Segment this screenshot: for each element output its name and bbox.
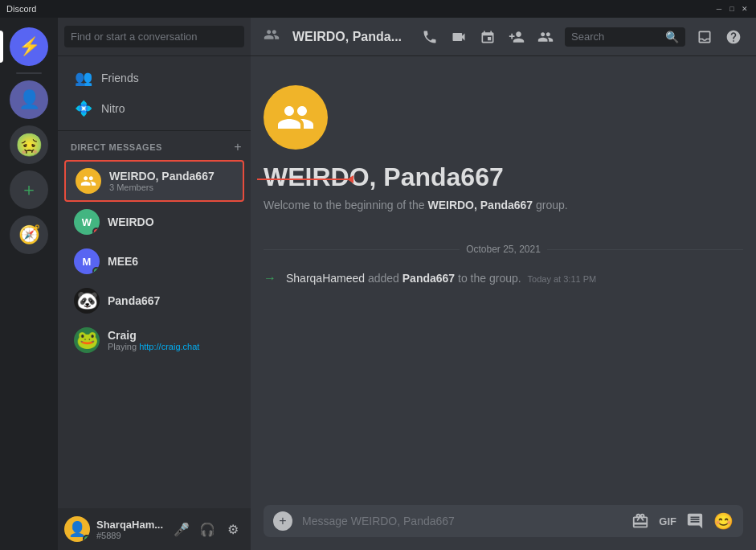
dm-section: DIRECT MESSAGES + WEIRDO, Panda667 3 Mem…: [58, 131, 251, 508]
dm-item-panda[interactable]: 🐼 Panda667: [64, 281, 244, 320]
craig-avatar: 🐸: [74, 327, 100, 353]
add-member-button[interactable]: [507, 27, 526, 47]
nitro-icon: 💠: [74, 100, 93, 117]
dm-header: DIRECT MESSAGES +: [58, 138, 251, 157]
title-bar: Discord ─ □ ✕: [0, 0, 756, 18]
pin-button[interactable]: [478, 27, 497, 47]
panda-info: Panda667: [108, 294, 238, 307]
group-dm-info: WEIRDO, Panda667 3 Members: [109, 170, 236, 192]
system-arrow-icon: →: [264, 271, 276, 285]
group-intro-name: WEIRDO, Panda667: [264, 162, 504, 192]
channel-intro: WEIRDO, Panda667 Welcome to the beginnin…: [264, 72, 743, 231]
server-icon-1[interactable]: 👤: [10, 80, 48, 119]
dm-item-craig[interactable]: 🐸 Craig Playing http://craig.chat: [64, 321, 244, 359]
craig-name: Craig: [108, 329, 238, 342]
gift-button[interactable]: [631, 512, 649, 530]
emoji-button[interactable]: 😊: [713, 511, 734, 531]
headphones-button[interactable]: 🎧: [196, 518, 219, 540]
user-panel-info: SharqaHam... #5889: [96, 519, 164, 540]
date-divider: October 25, 2021: [264, 244, 743, 255]
mic-button[interactable]: 🎤: [170, 518, 193, 540]
top-bar: WEIRDO, Panda...: [251, 18, 756, 56]
add-attachment-button[interactable]: +: [273, 511, 292, 531]
group-intro-avatar: [264, 85, 328, 150]
mic-icon: 🎤: [174, 522, 190, 537]
friends-icon: 👥: [74, 69, 93, 87]
date-divider-text: October 25, 2021: [466, 244, 541, 255]
add-icon: ＋: [20, 178, 38, 202]
channel-sidebar: 👥 Friends 💠 Nitro DIRECT MESSAGES +: [58, 18, 251, 550]
mee6-name: MEE6: [108, 255, 238, 268]
group-intro-desc: Welcome to the beginning of the WEIRDO, …: [264, 199, 568, 211]
maximize-button[interactable]: □: [727, 4, 737, 14]
server-emoji-icon: 🤢: [15, 132, 43, 158]
search-input[interactable]: [571, 31, 659, 43]
inbox-button[interactable]: [695, 27, 714, 47]
search-conversation-input[interactable]: [64, 26, 244, 47]
plus-icon: +: [279, 514, 286, 528]
discord-home-button[interactable]: ⚡: [10, 27, 48, 66]
system-message-text: SharqaHameed added Panda667 to the group…: [286, 272, 596, 285]
dm-header-text: DIRECT MESSAGES: [71, 142, 162, 152]
date-divider-line-left: [264, 249, 460, 250]
settings-icon: ⚙: [227, 522, 239, 537]
system-message: → SharqaHameed added Panda667 to the gro…: [264, 271, 743, 285]
dm-item-weirdo[interactable]: W WEIRDO: [64, 203, 244, 241]
channel-search-container: [58, 18, 251, 56]
main-content: WEIRDO, Panda...: [251, 18, 756, 550]
app-container: ⚡ 👤 🤢 ＋ 🧭 👥 Friends 💠 Nitro: [0, 18, 756, 550]
panda-avatar: 🐼: [74, 288, 100, 314]
server-icon-2[interactable]: 🤢: [10, 125, 48, 164]
dm-item-group[interactable]: WEIRDO, Panda667 3 Members: [64, 160, 244, 202]
user-panel: 👤 SharqaHam... #5889 🎤 🎧 ⚙: [58, 508, 251, 550]
sidebar-nav: 👥 Friends 💠 Nitro: [58, 56, 251, 131]
video-button[interactable]: [449, 27, 468, 47]
compass-icon: 🧭: [18, 224, 40, 245]
panda-name: Panda667: [108, 294, 238, 307]
search-icon: 🔍: [665, 31, 679, 43]
minimize-button[interactable]: ─: [714, 4, 724, 14]
current-user-status: [83, 535, 90, 542]
search-box: 🔍: [565, 27, 685, 47]
message-text-input[interactable]: [302, 515, 622, 527]
weirdo-status: [92, 228, 100, 235]
nitro-label: Nitro: [101, 102, 125, 115]
message-input-box: + GIF 😊: [264, 505, 743, 537]
weirdo-name: WEIRDO: [108, 215, 238, 228]
sticker-button[interactable]: [686, 512, 704, 530]
close-button[interactable]: ✕: [740, 4, 750, 14]
craig-info: Craig Playing http://craig.chat: [108, 329, 238, 351]
explore-servers-button[interactable]: 🧭: [10, 215, 48, 254]
headphones-icon: 🎧: [199, 522, 215, 537]
server-avatar-1-icon: 👤: [18, 89, 40, 110]
mee6-status: [92, 267, 100, 274]
weirdo-avatar: W: [74, 209, 100, 235]
mee6-info: MEE6: [108, 255, 238, 268]
server-divider: [16, 72, 42, 74]
server-sidebar: ⚡ 👤 🤢 ＋ 🧭: [0, 18, 58, 550]
input-actions: GIF 😊: [631, 511, 734, 531]
mee6-avatar: M: [74, 248, 100, 274]
title-bar-controls: ─ □ ✕: [714, 4, 750, 14]
craig-sub: Playing http://craig.chat: [108, 342, 238, 351]
help-button[interactable]: [724, 27, 743, 47]
members-button[interactable]: [536, 27, 555, 47]
active-indicator: [0, 31, 3, 63]
nitro-nav-item[interactable]: 💠 Nitro: [64, 93, 244, 124]
message-input-area: + GIF 😊: [251, 499, 756, 550]
craig-link[interactable]: http://craig.chat: [139, 342, 199, 351]
new-dm-button[interactable]: +: [231, 141, 244, 154]
system-message-time: Today at 3:11 PM: [528, 274, 597, 284]
dm-item-mee6[interactable]: M MEE6: [64, 242, 244, 281]
add-server-button[interactable]: ＋: [10, 170, 48, 209]
date-divider-line-right: [547, 249, 743, 250]
friends-nav-item[interactable]: 👥 Friends: [64, 63, 244, 93]
title-bar-title: Discord: [6, 4, 36, 14]
call-button[interactable]: [420, 27, 439, 47]
gif-button[interactable]: GIF: [659, 515, 676, 527]
top-bar-actions: 🔍: [420, 27, 743, 47]
user-panel-controls: 🎤 🎧 ⚙: [170, 518, 244, 540]
group-dm-members: 3 Members: [109, 183, 236, 192]
top-bar-channel-name: WEIRDO, Panda...: [292, 30, 402, 44]
settings-button[interactable]: ⚙: [222, 518, 244, 540]
